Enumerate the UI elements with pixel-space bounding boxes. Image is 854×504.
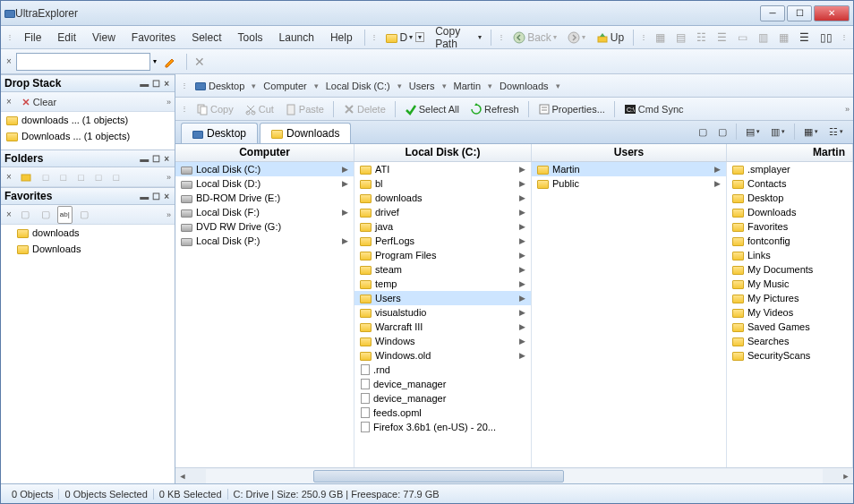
menu-favorites[interactable]: Favorites bbox=[124, 29, 183, 47]
properties-button[interactable]: Properties... bbox=[534, 100, 610, 118]
view-icons-6[interactable]: ▥ bbox=[754, 29, 773, 47]
list-item[interactable]: Martin▶ bbox=[532, 162, 726, 176]
list-item[interactable]: My Documents bbox=[727, 262, 852, 277]
view-columns-icon[interactable]: ▯▯ bbox=[816, 29, 837, 47]
list-item[interactable]: ATI▶ bbox=[354, 162, 531, 176]
tab-desktop[interactable]: Desktop bbox=[181, 123, 258, 143]
tool-icon[interactable]: □ bbox=[91, 168, 107, 186]
close-icon[interactable]: ✕ bbox=[192, 55, 207, 69]
rename-icon[interactable]: ab| bbox=[57, 206, 73, 224]
tool-icon[interactable]: □ bbox=[73, 168, 89, 186]
pin-icon[interactable]: ☐ bbox=[150, 192, 162, 201]
tool-icon[interactable]: ▢ bbox=[75, 206, 93, 224]
chevron-icon[interactable]: » bbox=[167, 210, 171, 219]
breadcrumb-computer[interactable]: Computer bbox=[259, 79, 311, 93]
list-item[interactable]: Local Disk (C:)▶ bbox=[175, 162, 354, 176]
tool-icon[interactable]: □ bbox=[108, 168, 124, 186]
menu-edit[interactable]: Edit bbox=[50, 29, 83, 47]
view-tool-icon[interactable]: ▢ bbox=[694, 123, 712, 141]
list-item[interactable]: My Pictures bbox=[727, 291, 852, 305]
dropstack-item[interactable]: Downloads ... (1 objects) bbox=[1, 128, 175, 144]
list-item[interactable]: Windows▶ bbox=[354, 334, 531, 348]
list-item[interactable]: Local Disk (P:)▶ bbox=[175, 234, 354, 248]
chevron-icon[interactable]: ▾ bbox=[312, 81, 320, 90]
close-button[interactable]: ✕ bbox=[814, 5, 850, 21]
list-item[interactable]: feeds.opml bbox=[354, 406, 531, 420]
maximize-button[interactable]: ☐ bbox=[787, 5, 812, 21]
list-item[interactable]: Local Disk (F:)▶ bbox=[175, 205, 354, 219]
folder-tool-icon[interactable] bbox=[16, 168, 36, 186]
view-tool-icon[interactable]: ▦▾ bbox=[799, 123, 823, 141]
list-item[interactable]: device_manager bbox=[354, 391, 531, 406]
list-item[interactable]: drivef▶ bbox=[354, 205, 531, 219]
forward-button[interactable]: ▾ bbox=[563, 29, 590, 47]
breadcrumb-desktop[interactable]: Desktop bbox=[191, 79, 249, 93]
view-icons-2[interactable]: ▤ bbox=[671, 29, 690, 47]
view-icons-4[interactable]: ☰ bbox=[713, 29, 731, 47]
horizontal-scrollbar[interactable]: ◄ ► bbox=[175, 467, 853, 483]
menu-file[interactable]: File bbox=[17, 29, 48, 47]
list-item[interactable]: Local Disk (D:)▶ bbox=[175, 176, 354, 191]
paste-button[interactable]: Paste bbox=[280, 100, 329, 118]
col-header-martin[interactable]: Martin bbox=[727, 144, 853, 161]
close-panel-icon[interactable]: × bbox=[162, 192, 171, 201]
collapse-icon[interactable]: ▬ bbox=[138, 79, 150, 89]
list-item[interactable]: .smplayer bbox=[727, 162, 852, 176]
view-tool-icon[interactable]: ▤▾ bbox=[741, 123, 764, 141]
view-list-icon[interactable]: ☰ bbox=[795, 29, 814, 47]
tool-icon[interactable]: ▢ bbox=[16, 206, 34, 224]
list-item[interactable]: Contacts bbox=[727, 176, 852, 191]
list-item[interactable]: Links bbox=[727, 248, 852, 262]
breadcrumb-martin[interactable]: Martin bbox=[449, 79, 486, 93]
tool-icon[interactable]: ▢ bbox=[37, 206, 55, 224]
menu-view[interactable]: View bbox=[85, 29, 123, 47]
tool-icon[interactable]: □ bbox=[56, 168, 72, 186]
search-input[interactable] bbox=[16, 53, 150, 71]
list-item[interactable]: Favorites bbox=[727, 219, 852, 234]
up-button[interactable]: Up bbox=[592, 29, 628, 47]
folder-dropdown[interactable]: D▾▾ bbox=[381, 29, 429, 47]
back-button[interactable]: Back ▾ bbox=[508, 29, 561, 47]
breadcrumb-users[interactable]: Users bbox=[405, 79, 440, 93]
list-item[interactable]: device_manager bbox=[354, 377, 531, 391]
pin-icon[interactable]: ☐ bbox=[150, 79, 162, 89]
col-header-localc[interactable]: Local Disk (C:) bbox=[354, 144, 532, 161]
cmd-sync-button[interactable]: C:\Cmd Sync bbox=[619, 100, 688, 118]
menu-tools[interactable]: Tools bbox=[231, 29, 270, 47]
clear-button[interactable]: Clear bbox=[16, 93, 61, 111]
chevron-icon[interactable]: ▾ bbox=[554, 81, 562, 90]
list-item[interactable]: BD-ROM Drive (E:) bbox=[175, 191, 354, 205]
collapse-icon[interactable]: ▬ bbox=[138, 154, 150, 164]
list-item[interactable]: temp▶ bbox=[354, 277, 531, 291]
chevron-icon[interactable]: ▾ bbox=[440, 81, 448, 90]
list-item[interactable]: My Music bbox=[727, 277, 852, 291]
close-icon[interactable]: × bbox=[4, 172, 13, 182]
list-item[interactable]: java▶ bbox=[354, 219, 531, 234]
close-icon[interactable]: × bbox=[4, 97, 13, 107]
favorite-item[interactable]: downloads bbox=[1, 225, 175, 241]
list-item[interactable]: Warcraft III▶ bbox=[354, 320, 531, 334]
delete-button[interactable]: Delete bbox=[338, 100, 390, 118]
list-item[interactable]: SecurityScans bbox=[727, 348, 852, 363]
list-item[interactable]: bl▶ bbox=[354, 176, 531, 191]
breadcrumb-downloads[interactable]: Downloads bbox=[495, 79, 552, 93]
list-item[interactable]: My Videos bbox=[727, 305, 852, 320]
list-item[interactable]: Public▶ bbox=[532, 176, 726, 191]
list-item[interactable]: visualstudio▶ bbox=[354, 305, 531, 320]
list-item[interactable]: Users▶ bbox=[354, 291, 531, 305]
cut-button[interactable]: Cut bbox=[240, 100, 278, 118]
edit-search-icon[interactable] bbox=[159, 53, 181, 71]
list-item[interactable]: PerfLogs▶ bbox=[354, 234, 531, 248]
list-item[interactable]: Desktop bbox=[727, 191, 852, 205]
copy-button[interactable]: Copy bbox=[192, 100, 238, 118]
chevron-icon[interactable]: ▾ bbox=[486, 81, 494, 90]
list-item[interactable]: Downloads bbox=[727, 205, 852, 219]
close-panel-icon[interactable]: × bbox=[162, 79, 171, 89]
view-icons-7[interactable]: ▦ bbox=[774, 29, 793, 47]
chevron-icon[interactable]: ▾ bbox=[396, 81, 404, 90]
list-item[interactable]: Windows.old▶ bbox=[354, 348, 531, 363]
minimize-button[interactable]: ─ bbox=[760, 5, 785, 21]
copy-path-button[interactable]: Copy Path ▾ bbox=[431, 29, 486, 47]
dropdown-icon[interactable]: ▾ bbox=[153, 57, 157, 65]
menu-select[interactable]: Select bbox=[184, 29, 228, 47]
